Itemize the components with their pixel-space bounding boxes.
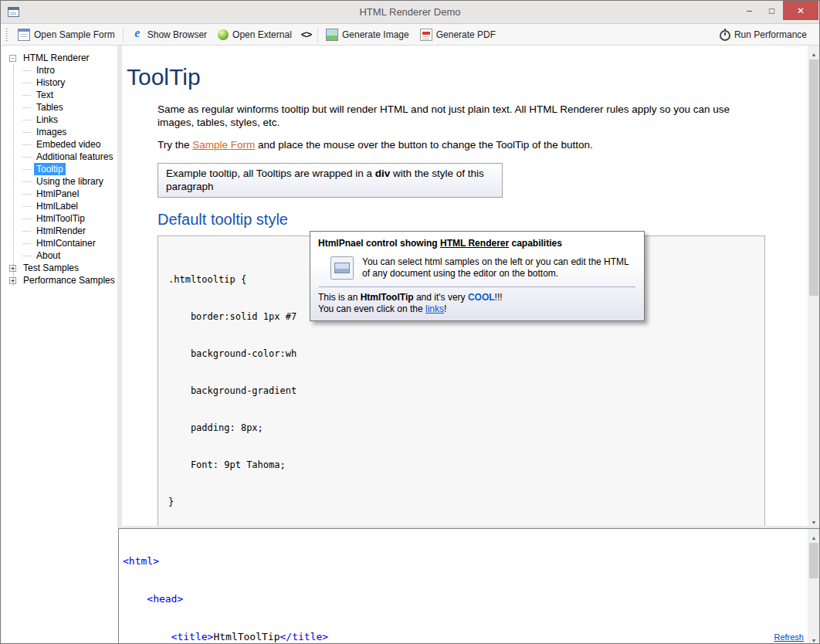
toolbar-separator [317, 27, 318, 42]
html-tooltip-popup: HtmlPnael control showing HTML Renderer … [310, 231, 645, 321]
refresh-link[interactable]: Refresh [771, 632, 804, 642]
show-browser-button[interactable]: Show Browser [126, 26, 212, 43]
globe-icon [218, 29, 229, 40]
tooltip-header-post: capabilities [509, 238, 562, 249]
tooltip-l2-mid: and it's very [414, 292, 468, 303]
page-title: ToolTip [127, 64, 808, 90]
css-code-line: padding: 8px; [168, 422, 754, 434]
links-link[interactable]: links [425, 303, 444, 314]
close-button[interactable]: ✕ [783, 1, 818, 20]
generate-image-label: Generate Image [342, 29, 409, 40]
code-line: <html> [123, 555, 806, 568]
code-line: <title>HtmlToolTip</title> [123, 631, 806, 643]
sidebar-item-htmllabel[interactable]: HtmlLabel [2, 200, 117, 212]
scroll-down-icon[interactable] [808, 632, 820, 644]
samples-tree: - HTML Renderer Intro History Text Table… [2, 46, 117, 642]
sidebar-item-tables[interactable]: Tables [2, 101, 117, 114]
tooltip-line-3: You can even click on the links! [318, 303, 636, 315]
open-sample-form-button[interactable]: Open Sample Form [12, 26, 120, 43]
title-bar[interactable]: HTML Renderer Demo – □ ✕ [1, 1, 819, 24]
content-scrollbar[interactable] [808, 46, 820, 526]
stopwatch-icon [720, 30, 730, 41]
browser-icon [131, 29, 144, 41]
sidebar-item-about[interactable]: About [2, 249, 117, 262]
html-preview-panel: ToolTip Same as regular winforms tooltip… [122, 46, 808, 526]
tooltip-l3-pre: You can even click on the [318, 303, 425, 314]
scrollbar-thumb[interactable] [809, 543, 818, 578]
tooltip-l2-bold: HtmlToolTip [361, 292, 414, 303]
example-text-pre: Example tooltip, all Tooltips are wrappe… [166, 168, 375, 179]
try-text-pre: Try the [158, 139, 192, 151]
maximize-button[interactable]: □ [761, 1, 783, 20]
sidebar-item-htmlcontainer[interactable]: HtmlContainer [2, 237, 117, 249]
editor-scrollbar[interactable] [808, 529, 820, 644]
sidebar-item-embeded-video[interactable]: Embeded video [2, 138, 117, 151]
minimize-button[interactable]: – [738, 1, 761, 20]
example-tooltip-box: Example tooltip, all Tooltips are wrappe… [158, 163, 503, 198]
scroll-down-icon[interactable] [808, 514, 820, 526]
html-source-editor[interactable]: <html> <head> <title>HtmlToolTip</title>… [123, 530, 806, 644]
tooltip-l2-post: !!! [495, 292, 503, 303]
sidebar-item-htmlrender[interactable]: HtmlRender [2, 225, 117, 237]
sidebar-item-history[interactable]: History [2, 76, 117, 89]
app-window: HTML Renderer Demo – □ ✕ Open Sample For… [0, 0, 820, 644]
sidebar-item-intro[interactable]: Intro [2, 64, 117, 76]
run-performance-button[interactable]: Run Performance [714, 26, 812, 43]
view-source-button[interactable]: <> [297, 26, 315, 42]
sidebar-item-html-renderer[interactable]: - HTML Renderer [2, 52, 117, 64]
code-line: <head> [123, 593, 806, 605]
open-sample-form-label: Open Sample Form [34, 29, 115, 40]
generate-pdf-button[interactable]: Generate PDF [415, 26, 501, 43]
sidebar-item-links[interactable]: Links [2, 114, 117, 126]
tooltip-l2-pre: This is an [318, 292, 361, 303]
try-text-post: and place the mouse over the button to c… [255, 139, 593, 151]
image-icon [326, 29, 338, 41]
sidebar-item-test-samples[interactable]: + Test Samples [2, 262, 117, 274]
scroll-up-icon[interactable] [808, 529, 820, 541]
tooltip-l3-post: ! [444, 303, 446, 314]
tooltip-cool-text: COOL [468, 292, 495, 303]
sidebar-item-performance-samples[interactable]: + Performance Samples [2, 274, 117, 286]
tooltip-header: HtmlPnael control showing HTML Renderer … [318, 238, 636, 249]
toolbar-separator [123, 27, 124, 42]
collapse-icon[interactable]: - [9, 55, 16, 62]
tooltip-line-2: This is an HtmlToolTip and it's very COO… [318, 292, 636, 303]
tooltip-header-pre: HtmlPnael control showing [318, 238, 440, 249]
generate-pdf-label: Generate PDF [436, 29, 496, 40]
window-controls: – □ ✕ [738, 1, 818, 20]
form-icon [18, 29, 30, 41]
css-code-line: Font: 9pt Tahoma; [168, 459, 754, 471]
source-editor-panel: <html> <head> <title>HtmlToolTip</title>… [118, 528, 820, 644]
pdf-icon [420, 29, 432, 41]
css-code-line: background-gradient [168, 385, 754, 397]
show-browser-label: Show Browser [147, 29, 207, 40]
intro-paragraph: Same as regular winforms tooltip but wil… [158, 103, 748, 129]
open-external-button[interactable]: Open External [212, 26, 297, 42]
css-code-line: } [168, 496, 754, 508]
toolbar-grip[interactable] [5, 29, 8, 41]
sidebar-item-tooltip[interactable]: Tooltip [2, 163, 117, 175]
window-title: HTML Renderer Demo [1, 6, 819, 18]
sidebar-item-htmltooltip[interactable]: HtmlToolTip [2, 212, 117, 225]
sidebar-item-images[interactable]: Images [2, 126, 117, 138]
sidebar-item-additional-features[interactable]: Additional features [2, 151, 117, 163]
tooltip-body-text: You can select html samples on the left … [362, 256, 633, 280]
example-text-bold: div [375, 168, 391, 179]
sidebar-item-text[interactable]: Text [2, 89, 117, 101]
section-default-tooltip-style: Default tooltip style [158, 213, 748, 226]
tooltip-header-underlined: HTML Renderer [440, 238, 509, 249]
tooltip-body-row: You can select html samples on the left … [318, 249, 636, 285]
toolbar: Open Sample Form Show Browser Open Exter… [2, 24, 818, 46]
generate-image-button[interactable]: Generate Image [320, 26, 415, 43]
scroll-up-icon[interactable] [808, 46, 820, 58]
css-code-line: background-color:wh [168, 347, 754, 360]
tree-connector-line [13, 64, 14, 286]
sidebar-item-using-the-library[interactable]: Using the library [2, 175, 117, 188]
run-performance-label: Run Performance [734, 29, 807, 40]
open-external-label: Open External [232, 29, 292, 40]
tooltip-divider [319, 286, 635, 287]
sample-form-link[interactable]: Sample Form [192, 139, 255, 151]
sidebar-item-htmlpanel[interactable]: HtmlPanel [2, 188, 117, 200]
picture-icon [330, 256, 354, 280]
scrollbar-thumb[interactable] [809, 59, 818, 296]
